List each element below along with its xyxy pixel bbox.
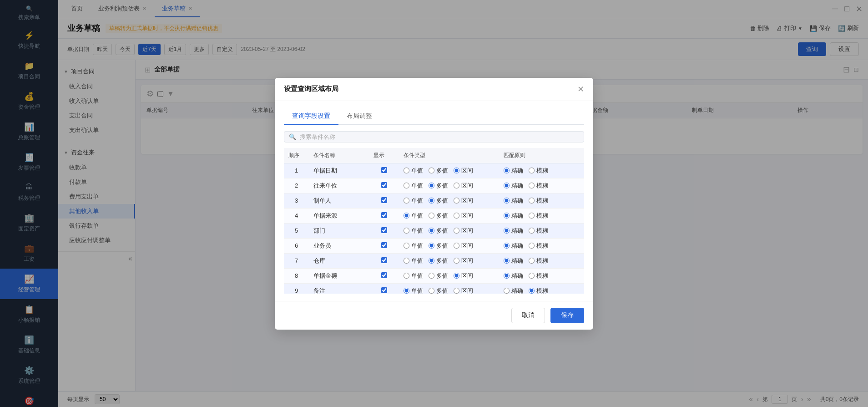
radio-type-区间[interactable]: 区间 — [454, 257, 473, 265]
radio-match-模糊[interactable]: 模糊 — [529, 272, 548, 280]
radio-input-type-单值[interactable] — [404, 213, 409, 219]
radio-input-type-多值[interactable] — [429, 273, 434, 279]
radio-input-type-多值[interactable] — [429, 183, 434, 188]
cell-show[interactable] — [369, 283, 399, 294]
radio-match-模糊[interactable]: 模糊 — [529, 182, 548, 190]
cell-show[interactable] — [369, 253, 399, 268]
radio-match-精确[interactable]: 精确 — [504, 227, 523, 235]
modal-search-input[interactable] — [300, 133, 391, 140]
radio-input-match-精确[interactable] — [504, 288, 510, 294]
radio-type-区间[interactable]: 区间 — [454, 227, 473, 235]
radio-type-单值[interactable]: 单值 — [404, 212, 423, 220]
radio-match-精确[interactable]: 精确 — [504, 287, 523, 294]
show-checkbox[interactable] — [381, 197, 387, 203]
radio-input-match-精确[interactable] — [504, 243, 510, 249]
radio-type-单值[interactable]: 单值 — [404, 182, 423, 190]
radio-input-match-精确[interactable] — [504, 228, 510, 234]
radio-type-单值[interactable]: 单值 — [404, 167, 423, 175]
radio-type-多值[interactable]: 多值 — [429, 212, 448, 220]
radio-type-单值[interactable]: 单值 — [404, 197, 423, 205]
radio-type-区间[interactable]: 区间 — [454, 182, 473, 190]
radio-type-多值[interactable]: 多值 — [429, 182, 448, 190]
radio-match-模糊[interactable]: 模糊 — [529, 287, 548, 294]
radio-input-match-模糊[interactable] — [529, 243, 535, 249]
show-checkbox[interactable] — [381, 212, 387, 218]
cell-show[interactable] — [369, 223, 399, 238]
modal-close-button[interactable]: ✕ — [577, 84, 584, 94]
radio-input-type-单值[interactable] — [404, 273, 409, 279]
radio-input-match-精确[interactable] — [504, 168, 510, 173]
radio-input-type-区间[interactable] — [454, 198, 459, 204]
radio-input-type-区间[interactable] — [454, 288, 459, 294]
cell-show[interactable] — [369, 208, 399, 223]
radio-type-多值[interactable]: 多值 — [429, 197, 448, 205]
radio-input-type-单值[interactable] — [404, 168, 409, 173]
radio-type-单值[interactable]: 单值 — [404, 257, 423, 265]
show-checkbox[interactable] — [381, 167, 387, 173]
show-checkbox[interactable] — [381, 257, 387, 263]
radio-input-type-区间[interactable] — [454, 243, 459, 249]
radio-input-type-区间[interactable] — [454, 273, 459, 279]
radio-input-match-模糊[interactable] — [529, 288, 535, 294]
radio-input-match-精确[interactable] — [504, 258, 510, 264]
radio-input-type-单值[interactable] — [404, 198, 409, 204]
radio-match-精确[interactable]: 精确 — [504, 182, 523, 190]
radio-input-match-精确[interactable] — [504, 198, 510, 204]
radio-input-type-单值[interactable] — [404, 228, 409, 234]
radio-input-type-多值[interactable] — [429, 243, 434, 249]
radio-input-type-单值[interactable] — [404, 243, 409, 249]
radio-input-match-模糊[interactable] — [529, 198, 535, 204]
radio-type-区间[interactable]: 区间 — [454, 212, 473, 220]
radio-type-区间[interactable]: 区间 — [454, 242, 473, 250]
radio-type-多值[interactable]: 多值 — [429, 287, 448, 294]
cancel-button[interactable]: 取消 — [511, 308, 545, 323]
radio-input-match-精确[interactable] — [504, 273, 510, 279]
radio-match-精确[interactable]: 精确 — [504, 197, 523, 205]
radio-match-模糊[interactable]: 模糊 — [529, 197, 548, 205]
show-checkbox[interactable] — [381, 287, 387, 293]
radio-type-多值[interactable]: 多值 — [429, 167, 448, 175]
radio-type-多值[interactable]: 多值 — [429, 257, 448, 265]
radio-match-精确[interactable]: 精确 — [504, 242, 523, 250]
radio-type-区间[interactable]: 区间 — [454, 197, 473, 205]
radio-input-type-多值[interactable] — [429, 198, 434, 204]
radio-input-match-精确[interactable] — [504, 213, 510, 219]
radio-input-type-区间[interactable] — [454, 228, 459, 234]
radio-input-type-多值[interactable] — [429, 228, 434, 234]
radio-match-精确[interactable]: 精确 — [504, 257, 523, 265]
cell-show[interactable] — [369, 238, 399, 253]
radio-input-type-单值[interactable] — [404, 288, 409, 294]
radio-input-match-模糊[interactable] — [529, 183, 535, 188]
radio-input-match-精确[interactable] — [504, 183, 510, 188]
radio-match-模糊[interactable]: 模糊 — [529, 257, 548, 265]
cell-show[interactable] — [369, 178, 399, 193]
cell-show[interactable] — [369, 163, 399, 178]
radio-type-多值[interactable]: 多值 — [429, 242, 448, 250]
radio-input-type-区间[interactable] — [454, 213, 459, 219]
show-checkbox[interactable] — [381, 272, 387, 278]
radio-match-模糊[interactable]: 模糊 — [529, 167, 548, 175]
radio-match-模糊[interactable]: 模糊 — [529, 242, 548, 250]
radio-input-match-模糊[interactable] — [529, 228, 535, 234]
radio-type-单值[interactable]: 单值 — [404, 227, 423, 235]
radio-input-type-区间[interactable] — [454, 168, 459, 173]
radio-type-区间[interactable]: 区间 — [454, 287, 473, 294]
radio-type-多值[interactable]: 多值 — [429, 227, 448, 235]
radio-type-单值[interactable]: 单值 — [404, 287, 423, 294]
radio-input-type-单值[interactable] — [404, 183, 409, 188]
radio-input-match-模糊[interactable] — [529, 168, 535, 173]
show-checkbox[interactable] — [381, 182, 387, 188]
radio-type-单值[interactable]: 单值 — [404, 242, 423, 250]
radio-input-type-多值[interactable] — [429, 258, 434, 264]
show-checkbox[interactable] — [381, 242, 387, 248]
radio-input-match-模糊[interactable] — [529, 258, 535, 264]
radio-input-type-多值[interactable] — [429, 168, 434, 173]
cell-show[interactable] — [369, 193, 399, 208]
radio-input-type-多值[interactable] — [429, 213, 434, 219]
radio-type-区间[interactable]: 区间 — [454, 272, 473, 280]
cell-show[interactable] — [369, 268, 399, 283]
radio-match-模糊[interactable]: 模糊 — [529, 227, 548, 235]
radio-input-type-区间[interactable] — [454, 258, 459, 264]
radio-input-type-多值[interactable] — [429, 288, 434, 294]
radio-match-模糊[interactable]: 模糊 — [529, 212, 548, 220]
